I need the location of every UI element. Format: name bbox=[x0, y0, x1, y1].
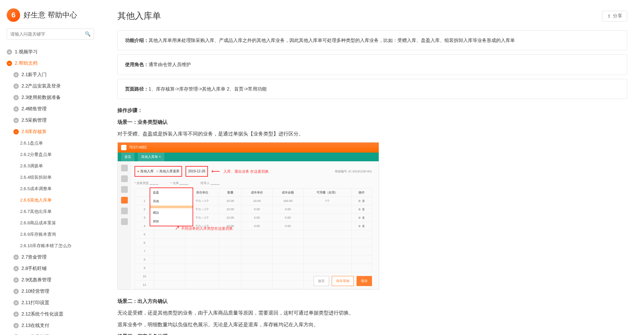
ss-td: 0.00 bbox=[241, 222, 272, 230]
share-icon: ⇪ bbox=[607, 13, 611, 19]
nav-label: 2.6.10库存账本错了怎么办 bbox=[20, 243, 71, 249]
path-text: 1、库存核算->库存管理->其他入库单 2、首页->常用功能 bbox=[149, 86, 267, 92]
ss-nav-icon bbox=[121, 218, 128, 225]
ss-test-label: TEST-H002 bbox=[129, 144, 147, 151]
scene3-title: 场景三：其它业务处理 bbox=[117, 332, 627, 335]
nav-label: 2.2产品安装及登录 bbox=[21, 83, 61, 89]
nav-212[interactable]: +2.12系统个性化设置 bbox=[7, 309, 94, 320]
ss-nav-icon bbox=[121, 197, 128, 204]
nav-213[interactable]: +2.13在线支付 bbox=[7, 320, 94, 331]
scene2-text2: 退库业务中，明细数量均以负值红色展示。无论是入库还是退库，库存账均记在入库方向。 bbox=[117, 320, 627, 330]
ss-radio-group: ● 其他入库 ○ 其他入库退库 bbox=[135, 166, 182, 177]
nav-269[interactable]: 2.6.9库存账本查询 bbox=[7, 229, 94, 240]
plus-icon: + bbox=[13, 289, 19, 294]
page-title: 其他入库单 bbox=[117, 10, 161, 22]
ss-radio2: 其他入库退库 bbox=[159, 169, 179, 173]
nav-267[interactable]: 2.6.7其他出库单 bbox=[7, 206, 94, 217]
logo-area: 6 好生意 帮助中心 bbox=[7, 8, 94, 22]
search-box: 🔍 bbox=[7, 29, 94, 40]
ss-total-amt: 100.00 bbox=[272, 289, 303, 290]
nav-29[interactable]: +2.9优惠券管理 bbox=[7, 274, 94, 286]
nav-22[interactable]: +2.2产品安装及登录 bbox=[7, 80, 94, 92]
nav-26[interactable]: –2.6库存核算 bbox=[7, 126, 94, 137]
nav-265[interactable]: 2.6.5成本调整单 bbox=[7, 183, 94, 194]
ss-tabs: 首页 其他入库单 × bbox=[118, 153, 379, 161]
role-text: 通常由仓管人员维护 bbox=[149, 62, 191, 67]
nav-label: 1.视频学习 bbox=[15, 49, 38, 55]
ss-nav-icon bbox=[121, 208, 128, 214]
scene2-title: 场景二：出入方向确认 bbox=[117, 296, 627, 306]
ss-body: ● 其他入库 ○ 其他入库退库 2019-12-26 ⟵ 入库、退出业务 在这里… bbox=[118, 161, 379, 290]
ss-nav-icon bbox=[121, 186, 128, 193]
nav-label: 2.1新手入门 bbox=[21, 72, 47, 78]
nav-label: 2.6库存核算 bbox=[21, 129, 47, 135]
plus-icon: + bbox=[13, 106, 19, 112]
nav-261[interactable]: 2.6.1盘点单 bbox=[7, 137, 94, 149]
arrow-icon: ⟵ bbox=[211, 165, 220, 177]
nav-214[interactable]: +2.14常见问题 bbox=[7, 331, 94, 335]
nav-label: 2.6.1盘点单 bbox=[20, 140, 43, 146]
ss-opt: 拆卸 bbox=[150, 217, 193, 226]
nav-263[interactable]: 2.6.3调拨单 bbox=[7, 160, 94, 172]
nav-label: 2.12系统个性化设置 bbox=[21, 311, 63, 317]
nav-2610[interactable]: 2.6.10库存账本错了怎么办 bbox=[7, 240, 94, 252]
nav-27[interactable]: +2.7资金管理 bbox=[7, 252, 94, 263]
article-body: 操作步骤： 场景一：业务类型确认 对于受赠、盘盈或是拆装入库等不同的业务，是通过… bbox=[117, 106, 627, 335]
ss-nav-icon bbox=[121, 165, 128, 171]
ss-td: 0.00 bbox=[272, 222, 303, 230]
search-icon[interactable]: 🔍 bbox=[85, 31, 91, 37]
intro-text: 其他入库单用来处理除采购入库、产成品入库之外的其他入库业务，因此其他入库单可处理… bbox=[149, 38, 515, 43]
logo-icon: 6 bbox=[7, 8, 20, 22]
scene1-text: 对于受赠、盘盈或是拆装入库等不同的业务，是通过单据头【业务类型】进行区分。 bbox=[117, 129, 627, 139]
plus-icon: + bbox=[13, 323, 19, 328]
nav-211[interactable]: +2.11打印设置 bbox=[7, 297, 94, 309]
ss-th: 操作 bbox=[351, 188, 372, 197]
ss-opt bbox=[150, 206, 193, 208]
path-box: 页面路径：1、库存核算->库存管理->其他入库单 2、首页->常用功能 bbox=[117, 79, 627, 99]
ss-footer: 放弃 保存草稿 保存 bbox=[314, 276, 372, 286]
site-title: 好生意 帮助中心 bbox=[23, 10, 77, 20]
ss-save-button: 保存 bbox=[357, 276, 372, 286]
plus-icon: + bbox=[13, 255, 19, 260]
plus-icon: + bbox=[13, 72, 19, 77]
ss-nav-icon bbox=[121, 175, 128, 182]
nav-262[interactable]: 2.6.2分量盘点单 bbox=[7, 149, 94, 160]
ss-logo-icon bbox=[121, 145, 126, 150]
nav-264[interactable]: 2.6.4组装拆卸单 bbox=[7, 172, 94, 183]
nav-28[interactable]: +2.8手机旺铺 bbox=[7, 263, 94, 274]
nav-video[interactable]: +1.视频学习 bbox=[7, 46, 94, 58]
nav-21[interactable]: +2.1新手入门 bbox=[7, 69, 94, 80]
ss-sidenav bbox=[118, 161, 131, 290]
nav-label: 2.11打印设置 bbox=[21, 300, 49, 306]
ss-opt: 赠品 bbox=[150, 208, 193, 217]
ss-td: 10.00 bbox=[219, 214, 241, 222]
ss-dropdown: 盘盈 其他 赠品 拆卸 bbox=[150, 187, 193, 226]
scene2-text1: 无论是受赠，还是其他类型的业务，由于入库商品质量等原因，需要退回，这时可通过单据… bbox=[117, 308, 627, 318]
nav-docs[interactable]: –2.帮助文档 bbox=[7, 58, 94, 69]
nav-210[interactable]: +2.10经营管理 bbox=[7, 286, 94, 297]
plus-icon: + bbox=[13, 277, 19, 283]
plus-icon: + bbox=[13, 300, 19, 305]
ss-docno: JC-20191226-001 bbox=[348, 170, 372, 173]
ss-draft-button: 保存草稿 bbox=[332, 276, 354, 286]
plus-icon: + bbox=[13, 95, 19, 100]
steps-label: 操作步骤： bbox=[117, 106, 627, 115]
nav-label: 2.13在线支付 bbox=[21, 323, 49, 329]
nav-25[interactable]: +2.5采购管理 bbox=[7, 115, 94, 126]
nav-23[interactable]: +2.3使用前数据准备 bbox=[7, 92, 94, 103]
nav-label: 2.8手机旺铺 bbox=[21, 266, 47, 272]
nav-266[interactable]: 2.6.6其他入库单 bbox=[7, 194, 94, 206]
nav-label: 2.10经营管理 bbox=[21, 288, 49, 294]
share-button[interactable]: ⇪ 分享 bbox=[602, 11, 627, 21]
plus-icon: + bbox=[13, 118, 19, 123]
intro-label: 功能介绍： bbox=[125, 38, 149, 43]
ss-discard-button: 放弃 bbox=[314, 276, 329, 286]
nav-268[interactable]: 2.6.8商品成本重算 bbox=[7, 217, 94, 229]
nav-24[interactable]: +2.4销售管理 bbox=[7, 103, 94, 115]
ss-td: 7个 bbox=[303, 197, 351, 205]
nav-label: 2.6.5成本调整单 bbox=[20, 186, 52, 192]
ss-topbar: TEST-H002 bbox=[118, 143, 379, 153]
ss-td: 0.00 bbox=[272, 214, 303, 222]
ss-th: 成本单价 bbox=[241, 188, 272, 197]
search-input[interactable] bbox=[7, 29, 94, 40]
